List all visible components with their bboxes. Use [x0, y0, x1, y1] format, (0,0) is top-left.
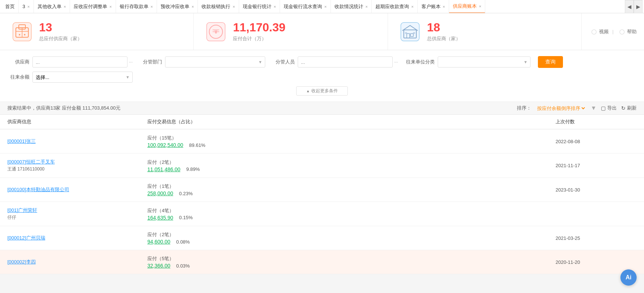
nav-cash-bank-stats[interactable]: 现金银行统计 × — [239, 0, 280, 13]
supplier-link[interactable]: [000100]本特勤油品有限公司 — [7, 187, 69, 192]
data-table: 供应商信息 应付交易信息（占比） 上次付数 [000001]张三 应付（15笔）… — [0, 115, 644, 274]
balance-select-wrap: 选择... ▼ — [32, 72, 133, 83]
nav-scroll-right[interactable]: ▶ — [634, 0, 643, 13]
nav-collection-stats[interactable]: 收款情况统计 × — [331, 0, 372, 13]
payable-amount[interactable]: 11,051,486.00 — [147, 166, 181, 172]
person-field: 分管人员 ··· — [273, 56, 398, 68]
stat-payable-total: ¥ 11,170.39 应付合计（万） — [194, 13, 388, 50]
arrow-up-icon: ▲ — [306, 89, 310, 93]
nav-other-income[interactable]: 其他收入单 × — [34, 0, 70, 13]
close-icon[interactable]: × — [27, 4, 29, 9]
stat-payable-number: 13 — [39, 21, 82, 34]
help-link[interactable]: 帮助 — [627, 28, 637, 35]
nav-scroll-left[interactable]: ◀ — [625, 0, 634, 13]
close-icon[interactable]: × — [324, 4, 326, 9]
close-icon[interactable]: × — [443, 4, 445, 9]
table-row-inner: [000007]恒旺二手叉车 王通 17106110000 应付（2笔） 11,… — [0, 154, 644, 177]
collapse-button[interactable]: ▲ 收起更多条件 — [296, 86, 348, 96]
close-icon[interactable]: × — [151, 4, 153, 9]
table-row[interactable]: [000100]本特勤油品有限公司 应付（1笔） 258,000.000.23%… — [0, 178, 644, 202]
last-pay-cell: 2020-11-20 — [556, 259, 637, 265]
department-label: 分管部门 — [140, 59, 162, 65]
stat-supplier-label: 总供应商（家） — [427, 35, 461, 42]
payable-percent: 89.61% — [189, 142, 205, 148]
supplier-link[interactable]: [000002]李四 — [7, 259, 36, 265]
nav-advance-receipt[interactable]: 预收冲应收单 × — [157, 0, 198, 13]
result-actions: 排序： 按应付余额倒序排序 ▼ ▢ 导出 ↻ 刷新 — [517, 105, 637, 111]
supplier-link[interactable]: [000007]恒旺二手叉车 — [7, 159, 55, 165]
department-field: 分管部门 ▼ — [140, 56, 265, 68]
payable-total-icon: ¥ — [205, 21, 227, 43]
close-icon[interactable]: × — [109, 4, 112, 9]
result-text: 搜索结果中，供应商13家 应付金额 111,703,854.00元 — [7, 105, 120, 111]
export-button[interactable]: ▢ 导出 — [601, 105, 617, 111]
close-icon[interactable]: × — [411, 4, 413, 9]
export-icon: ▢ — [601, 105, 606, 111]
payable-amount[interactable]: 258,000.00 — [147, 190, 173, 196]
refresh-icon: ↻ — [621, 105, 626, 111]
table-row[interactable]: [000001]张三 应付（15笔） 100,092,540.0089.61% … — [0, 130, 644, 154]
close-icon[interactable]: × — [365, 4, 368, 9]
table-row[interactable]: [000002]李四 应付（5笔） 32,366.000.03% 2020-11… — [0, 250, 644, 274]
search-row-2: 往来余额 选择... ▼ — [7, 72, 637, 83]
collapse-area: ▲ 收起更多条件 — [7, 86, 637, 96]
svg-point-5 — [19, 34, 20, 35]
supplier-link[interactable]: [000012]广州贝瑞 — [7, 235, 45, 241]
payable-label: 应付（4笔） — [147, 207, 174, 214]
video-link[interactable]: 视频 — [599, 28, 609, 35]
query-button[interactable]: 查询 — [538, 56, 563, 68]
person-input[interactable] — [298, 56, 393, 68]
table-row-inner: [000100]本特勤油品有限公司 应付（1笔） 258,000.000.23%… — [0, 178, 644, 201]
close-icon[interactable]: × — [479, 4, 481, 8]
table-row-inner: [001]广州荣轩 仔仔 应付（4笔） 164,635.900.15% — [0, 202, 644, 226]
payable-percent: 0.23% — [179, 191, 193, 196]
nav-home[interactable]: 首页 — [1, 0, 19, 13]
table-row[interactable]: [001]广州荣轩 仔仔 应付（4笔） 164,635.900.15% — [0, 202, 644, 226]
nav-customer-ledger[interactable]: 客户账本 × — [418, 0, 449, 13]
svg-rect-17 — [413, 32, 415, 34]
balance-field: 往来余额 选择... ▼ — [7, 72, 133, 83]
category-label: 往来单位分类 — [405, 59, 435, 65]
stat-payable-label: 总应付供应商（家） — [39, 35, 82, 42]
close-icon[interactable]: × — [274, 4, 276, 9]
supplier-input[interactable] — [32, 56, 127, 68]
nav-ar-ap-adjust[interactable]: 应收应付调整单 × — [70, 0, 116, 13]
payable-cell: 应付（2笔） 11,051,486.009.89% — [147, 159, 556, 172]
close-icon[interactable]: × — [192, 4, 194, 9]
payable-cell: 应付（2笔） 94,600.000.08% — [147, 231, 556, 245]
stat-payable-suppliers: 13 总应付供应商（家） — [0, 13, 194, 50]
stat-total-content: 11,170.39 应付合计（万） — [233, 21, 285, 42]
nav-collection-exec[interactable]: 收款核销执行 × — [198, 0, 239, 13]
payable-amount[interactable]: 32,366.00 — [147, 263, 170, 269]
supplier-link[interactable]: [000001]张三 — [7, 138, 36, 144]
person-label: 分管人员 — [273, 59, 295, 65]
nav-bank-deposit[interactable]: 银行存取款单 × — [116, 0, 157, 13]
table-row-inner: [000001]张三 应付（15笔） 100,092,540.0089.61% … — [0, 130, 644, 153]
result-bar: 搜索结果中，供应商13家 应付金额 111,703,854.00元 排序： 按应… — [0, 102, 644, 115]
table-row[interactable]: [000007]恒旺二手叉车 王通 17106110000 应付（2笔） 11,… — [0, 154, 644, 178]
nav-overdue-ar[interactable]: 超期应收款查询 × — [372, 0, 417, 13]
supplier-info-cell: [000001]张三 — [7, 138, 147, 145]
balance-select[interactable]: 选择... — [32, 72, 133, 83]
table-row[interactable]: [000012]广州贝瑞 应付（2笔） 94,600.000.08% 2021-… — [0, 226, 644, 250]
close-icon[interactable]: × — [232, 4, 235, 9]
payable-amount[interactable]: 94,600.00 — [147, 239, 170, 245]
sort-select[interactable]: 按应付余额倒序排序 — [536, 105, 586, 111]
category-select[interactable] — [438, 56, 531, 68]
payable-amount[interactable]: 100,092,540.00 — [147, 142, 183, 148]
refresh-button[interactable]: ↻ 刷新 — [621, 105, 637, 111]
sort-label: 排序： — [517, 105, 531, 111]
payable-label: 应付（15笔） — [147, 135, 176, 141]
payable-amount[interactable]: 164,635.90 — [147, 215, 173, 221]
department-select[interactable] — [165, 56, 265, 68]
payable-label: 应付（2笔） — [147, 231, 174, 238]
nav-cash-bank-flow[interactable]: 现金银行流水查询 × — [280, 0, 330, 13]
circle-icon: ◯ — [591, 29, 597, 34]
nav-tab-3[interactable]: 3 × — [19, 0, 34, 13]
close-icon[interactable]: × — [64, 4, 66, 9]
ai-button[interactable]: Ai — [620, 269, 637, 286]
supplier-link[interactable]: [001]广州荣轩 — [7, 207, 37, 213]
nav-supplier-ledger[interactable]: 供应商账本 × — [449, 0, 485, 13]
stats-bar: 13 总应付供应商（家） ¥ 11,170.39 应付合计（万） — [0, 13, 644, 50]
nav-scroll-arrows: ◀ ▶ — [625, 0, 643, 13]
